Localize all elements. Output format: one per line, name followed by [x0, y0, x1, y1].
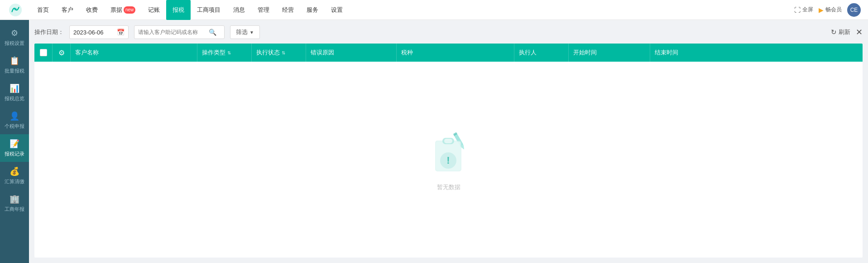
nav-item-设置[interactable]: 设置 [325, 0, 349, 20]
top-navigation: 首页客户收费票据new记账报税工商项目消息管理经营服务设置 ⛶ 全屏 ▶ 畅会员… [0, 0, 868, 20]
sidebar: ⚙报税设置📋批量报税📊报税总览👤个税申报📝报税记录💰汇算清缴🏢工商年报 [0, 20, 29, 263]
app-logo[interactable] [7, 2, 24, 18]
sidebar-item-huisuanqingsuan[interactable]: 💰汇算清缴 [0, 162, 29, 190]
calendar-icon: 📅 [117, 29, 125, 36]
nav-label: 票据 [110, 6, 122, 14]
nav-badge: new [124, 6, 135, 14]
nav-label: 服务 [307, 6, 318, 14]
sidebar-label-huisuanqingsuan: 汇算清缴 [5, 178, 24, 185]
nav-label: 工商项目 [197, 6, 221, 14]
th-settings[interactable]: ⚙ [53, 44, 71, 62]
nav-right: ⛶ 全屏 ▶ 畅会员 CE [794, 3, 861, 17]
refresh-icon: ↻ [831, 28, 837, 36]
th-label-errorReason: 错误原因 [311, 49, 334, 57]
nav-item-客户[interactable]: 客户 [55, 0, 80, 20]
sidebar-label-gongshangnianbaos: 工商年报 [5, 206, 24, 213]
nav-label: 记账 [148, 6, 160, 14]
gongshangnianbaos-icon: 🏢 [10, 194, 19, 204]
baoshuishezhi-icon: ⚙ [10, 28, 19, 38]
empty-state: ! 暂无数据 [408, 110, 489, 209]
th-operationType[interactable]: 操作类型⇅ [197, 44, 252, 62]
toolbar-right: ↻ 刷新 ✕ [831, 28, 863, 36]
nav-label: 首页 [37, 6, 49, 14]
sidebar-label-geshuishenbao: 个税申报 [5, 123, 24, 130]
nav-item-消息[interactable]: 消息 [227, 0, 251, 20]
sidebar-item-piliangbaoshui[interactable]: 📋批量报税 [0, 51, 29, 79]
date-input[interactable] [73, 29, 114, 36]
sidebar-label-baoshuishezhi: 报税设置 [5, 40, 24, 47]
chevron-down-icon: ▼ [249, 30, 254, 35]
content-area: 操作日期： 📅 🔍 筛选 ▼ ↻ 刷新 ✕ ⚙客 [29, 20, 868, 263]
table-body: ! 暂无数据 [34, 62, 863, 258]
search-box[interactable]: 🔍 [134, 25, 225, 39]
nav-label: 客户 [62, 6, 73, 14]
sort-icon-operationType[interactable]: ⇅ [227, 50, 231, 55]
nav-item-经营[interactable]: 经营 [276, 0, 300, 20]
th-executor: 执行人 [514, 44, 569, 62]
th-execStatus[interactable]: 执行状态⇅ [252, 44, 306, 62]
th-label-operationType: 操作类型 [202, 49, 225, 57]
th-label-clientName: 客户名称 [75, 49, 99, 57]
date-label: 操作日期： [34, 28, 64, 36]
nav-item-记账[interactable]: 记账 [142, 0, 166, 20]
filter-button[interactable]: 筛选 ▼ [230, 25, 260, 39]
nav-item-工商项目[interactable]: 工商项目 [191, 0, 227, 20]
fullscreen-button[interactable]: ⛶ 全屏 [794, 6, 813, 14]
nav-item-收费[interactable]: 收费 [80, 0, 104, 20]
baoshuizonglan-icon: 📊 [10, 83, 19, 93]
nav-label: 设置 [331, 6, 343, 14]
filter-label: 筛选 [236, 28, 248, 36]
nav-label: 收费 [86, 6, 98, 14]
geshuishenbao-icon: 👤 [10, 111, 19, 121]
settings-icon[interactable]: ⚙ [58, 49, 65, 57]
th-label-executor: 执行人 [519, 49, 537, 57]
th-label-endTime: 结束时间 [655, 49, 678, 57]
svg-text:!: ! [446, 155, 450, 166]
th-clientName: 客户名称 [71, 44, 197, 62]
nav-item-报税[interactable]: 报税 [166, 0, 191, 20]
svg-rect-8 [444, 139, 452, 143]
th-label-taxType: 税种 [401, 49, 413, 57]
data-table: ⚙客户名称操作类型⇅执行状态⇅错误原因税种执行人开始时间结束时间 [34, 44, 863, 258]
sidebar-item-gongshangnianbaos[interactable]: 🏢工商年报 [0, 190, 29, 217]
th-errorReason: 错误原因 [306, 44, 397, 62]
avatar[interactable]: CE [847, 3, 861, 17]
piliangbaoshui-icon: 📋 [10, 56, 19, 66]
header-checkbox[interactable] [40, 49, 47, 56]
member-button[interactable]: ▶ 畅会员 [819, 6, 842, 14]
nav-item-管理[interactable]: 管理 [251, 0, 276, 20]
huisuanqingsuan-icon: 💰 [10, 166, 19, 176]
th-checkbox[interactable] [34, 44, 53, 62]
baoshuijilu-icon: 📝 [10, 139, 19, 149]
nav-items: 首页客户收费票据new记账报税工商项目消息管理经营服务设置 [31, 0, 794, 20]
sort-icon-execStatus[interactable]: ⇅ [282, 50, 285, 55]
nav-item-首页[interactable]: 首页 [31, 0, 55, 20]
refresh-button[interactable]: ↻ 刷新 [831, 28, 850, 36]
nav-label: 消息 [233, 6, 245, 14]
toolbar: 操作日期： 📅 🔍 筛选 ▼ ↻ 刷新 ✕ [34, 25, 863, 39]
nav-item-票据[interactable]: 票据new [104, 0, 142, 20]
sidebar-label-piliangbaoshui: 批量报税 [5, 68, 24, 74]
date-picker[interactable]: 📅 [69, 25, 129, 39]
sidebar-item-baoshuizonglan[interactable]: 📊报税总览 [0, 79, 29, 107]
th-taxType: 税种 [397, 44, 514, 62]
search-input[interactable] [138, 29, 206, 35]
th-endTime: 结束时间 [650, 44, 714, 62]
main-layout: ⚙报税设置📋批量报税📊报税总览👤个税申报📝报税记录💰汇算清缴🏢工商年报 操作日期… [0, 20, 868, 263]
nav-label: 报税 [173, 6, 184, 14]
table-header: ⚙客户名称操作类型⇅执行状态⇅错误原因税种执行人开始时间结束时间 [34, 44, 863, 62]
nav-item-服务[interactable]: 服务 [300, 0, 325, 20]
sidebar-item-geshuishenbao[interactable]: 👤个税申报 [0, 107, 29, 134]
sidebar-label-baoshuizonglan: 报税总览 [5, 95, 24, 102]
close-button[interactable]: ✕ [856, 28, 863, 36]
th-startTime: 开始时间 [569, 44, 650, 62]
th-label-execStatus: 执行状态 [256, 49, 280, 57]
empty-text: 暂无数据 [437, 183, 460, 191]
svg-point-1 [14, 8, 17, 10]
sidebar-label-baoshuijilu: 报税记录 [5, 151, 24, 157]
sidebar-item-baoshuijilu[interactable]: 📝报税记录 [0, 134, 29, 162]
search-icon[interactable]: 🔍 [209, 29, 216, 36]
sidebar-item-baoshuishezhi[interactable]: ⚙报税设置 [0, 24, 29, 51]
nav-label: 经营 [282, 6, 294, 14]
empty-illustration: ! [426, 128, 471, 178]
